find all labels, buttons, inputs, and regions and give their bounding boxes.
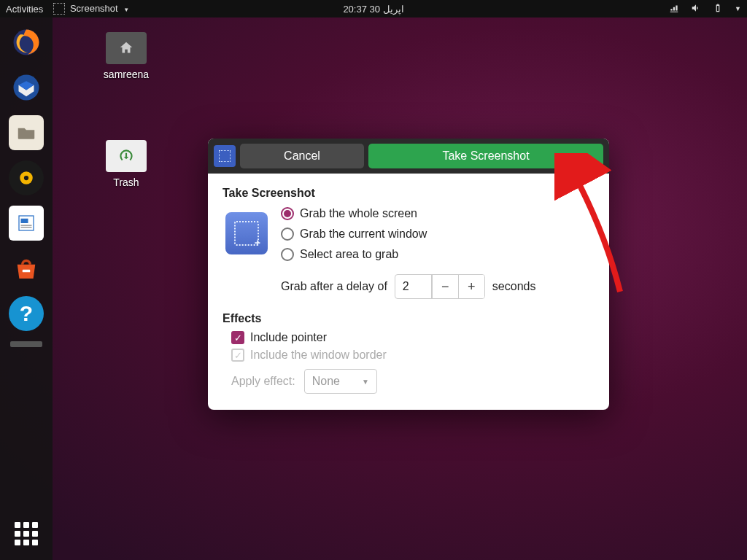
network-icon[interactable]: [669, 3, 679, 15]
svg-rect-6: [21, 225, 32, 226]
radio-icon: [281, 248, 294, 261]
apply-effect-dropdown: None ▼: [304, 369, 377, 394]
delay-minus-button[interactable]: −: [432, 275, 458, 298]
dialog-app-icon: [214, 145, 236, 167]
trash-label: Trash: [93, 176, 159, 188]
radio-select-area[interactable]: Select area to grab: [281, 248, 427, 261]
checkbox-include-pointer[interactable]: ✓ Include pointer: [231, 331, 595, 344]
delay-plus-button[interactable]: +: [458, 275, 484, 298]
svg-rect-8: [23, 270, 31, 273]
radio-icon: [281, 207, 294, 220]
checkbox-label: Include the window border: [250, 349, 387, 362]
help-icon[interactable]: ?: [9, 296, 44, 331]
radio-label: Grab the current window: [300, 228, 427, 241]
radio-label: Grab the whole screen: [300, 207, 417, 220]
svg-rect-5: [21, 219, 28, 223]
take-screenshot-button[interactable]: Take Screenshot: [368, 144, 603, 168]
ubuntu-software-icon[interactable]: [9, 251, 44, 286]
activities-button[interactable]: Activities: [6, 4, 43, 15]
cancel-button[interactable]: Cancel: [240, 144, 364, 168]
active-app-indicator[interactable]: Screenshot: [53, 3, 129, 15]
screenshot-app-icon: [53, 3, 65, 15]
rhythmbox-icon[interactable]: [9, 160, 44, 195]
libreoffice-writer-icon[interactable]: [9, 206, 44, 241]
dropdown-value: None: [312, 375, 340, 388]
section-title-effects: Effects: [222, 312, 595, 325]
top-bar: Activities Screenshot 20:37 اپریل 30 ▼: [0, 0, 747, 18]
folder-icon: [106, 32, 147, 64]
dialog-titlebar: Cancel Take Screenshot: [208, 139, 609, 174]
firefox-icon[interactable]: [9, 25, 44, 60]
delay-spinbox: 2 − +: [395, 274, 485, 299]
thunderbird-icon[interactable]: [9, 70, 44, 105]
delay-pre-label: Grab after a delay of: [281, 280, 387, 293]
clock[interactable]: 20:37 اپریل 30: [343, 4, 403, 15]
grab-preview-icon: [225, 212, 268, 254]
delay-row: Grab after a delay of 2 − + seconds: [281, 274, 595, 299]
section-title-take: Take Screenshot: [222, 187, 595, 200]
checkbox-include-border: ✓ Include the window border: [231, 349, 595, 362]
trash[interactable]: Trash: [93, 140, 159, 188]
show-applications-icon[interactable]: [15, 522, 38, 545]
home-folder-label: samreena: [93, 69, 159, 80]
volume-icon[interactable]: [691, 3, 701, 15]
radio-label: Select area to grab: [300, 248, 398, 261]
apply-effect-label: Apply effect:: [231, 375, 295, 388]
trash-icon: [106, 140, 147, 172]
svg-rect-7: [21, 227, 32, 228]
system-menu-caret-icon[interactable]: ▼: [735, 5, 741, 12]
files-icon[interactable]: [9, 115, 44, 150]
delay-value[interactable]: 2: [395, 275, 432, 298]
checkbox-label: Include pointer: [250, 331, 327, 344]
checkbox-icon: ✓: [231, 331, 244, 344]
chevron-down-icon: ▼: [362, 378, 369, 386]
apply-effect-row: Apply effect: None ▼: [231, 369, 595, 394]
battery-icon[interactable]: [713, 3, 723, 15]
minimized-app-indicator[interactable]: [10, 341, 42, 347]
active-app-label: Screenshot: [70, 3, 118, 14]
dock: ?: [0, 18, 53, 560]
screenshot-dialog: Cancel Take Screenshot Take Screenshot G…: [208, 139, 609, 410]
checkbox-icon: ✓: [231, 349, 244, 362]
home-folder[interactable]: samreena: [93, 32, 159, 80]
radio-icon: [281, 228, 294, 241]
radio-whole-screen[interactable]: Grab the whole screen: [281, 207, 427, 220]
svg-point-3: [24, 176, 28, 180]
delay-post-label: seconds: [492, 280, 536, 293]
radio-current-window[interactable]: Grab the current window: [281, 228, 427, 241]
